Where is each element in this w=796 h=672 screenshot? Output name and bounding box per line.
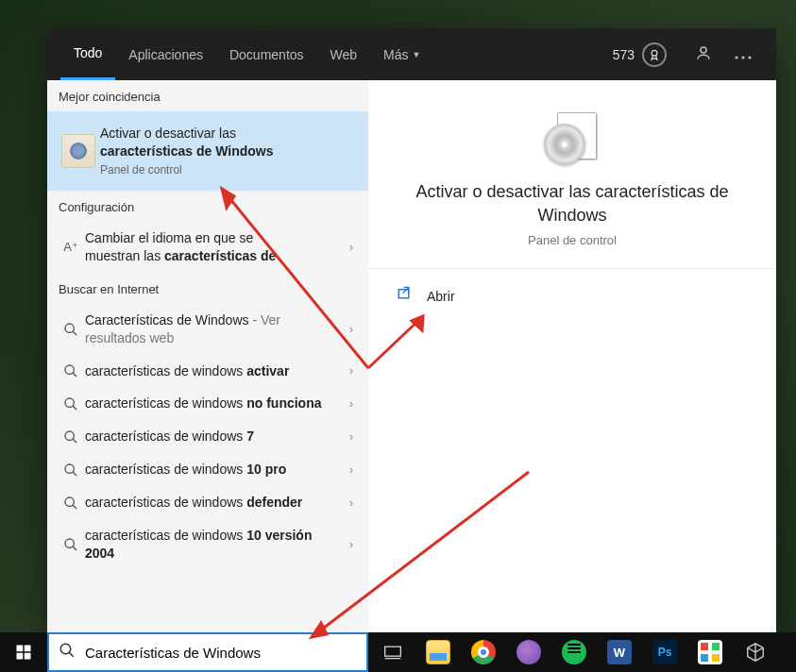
open-action[interactable]: Abrir: [368, 269, 776, 324]
svg-point-31: [60, 644, 71, 654]
chevron-right-icon: ›: [344, 538, 359, 551]
search-icon: [63, 363, 78, 378]
web-result-2[interactable]: características de windows no funciona ›: [47, 387, 368, 420]
svg-line-16: [73, 505, 76, 509]
svg-rect-29: [17, 653, 24, 660]
search-input[interactable]: [85, 634, 366, 670]
svg-line-18: [73, 546, 76, 550]
search-icon: [63, 322, 78, 337]
svg-line-12: [73, 439, 76, 443]
svg-line-32: [69, 652, 74, 657]
section-search-web: Buscar en Internet: [47, 273, 368, 304]
svg-point-11: [65, 431, 74, 440]
program-disc-icon: [544, 109, 601, 165]
tab-apps[interactable]: Aplicaciones: [115, 28, 216, 80]
ellipsis-icon[interactable]: [723, 46, 763, 63]
account-icon[interactable]: [684, 44, 723, 65]
web-result-5[interactable]: características de windows defender ›: [47, 486, 368, 519]
photoshop-icon[interactable]: Ps: [642, 632, 687, 672]
section-best-match: Mejor coincidencia: [47, 80, 368, 111]
settings-result-language[interactable]: A⁺ Cambiar el idioma en que se muestran …: [47, 222, 368, 273]
best-match-result[interactable]: Activar o desactivar las características…: [47, 111, 368, 191]
search-icon: [63, 429, 78, 445]
svg-point-5: [65, 324, 74, 332]
chevron-right-icon: ›: [344, 463, 359, 477]
taskbar-pinned-apps: W Ps: [370, 632, 778, 672]
tab-documents[interactable]: Documentos: [216, 28, 317, 80]
taskbar-search-box[interactable]: [47, 632, 368, 672]
svg-point-15: [65, 497, 74, 506]
svg-line-8: [73, 373, 76, 377]
chevron-right-icon: ›: [344, 323, 359, 336]
start-search-panel: Todo Aplicaciones Documentos Web Más▼ 57…: [47, 28, 776, 632]
web-result-6[interactable]: características de windows 10 versión 20…: [47, 519, 368, 570]
chevron-right-icon: ›: [344, 496, 359, 510]
task-view-button[interactable]: [370, 632, 415, 672]
chevron-right-icon: ›: [344, 364, 359, 378]
svg-point-9: [65, 398, 74, 407]
chevron-down-icon: ▼: [413, 50, 421, 59]
app-icon[interactable]: [687, 632, 733, 672]
rewards-points[interactable]: 573: [613, 47, 635, 62]
svg-rect-30: [25, 653, 31, 660]
svg-point-7: [65, 365, 74, 374]
web-result-3[interactable]: características de windows 7 ›: [47, 420, 368, 453]
search-icon: [63, 462, 78, 478]
svg-point-13: [65, 464, 74, 473]
tab-more[interactable]: Más▼: [370, 28, 433, 80]
svg-point-1: [701, 47, 706, 53]
open-icon: [397, 286, 414, 307]
word-icon[interactable]: W: [597, 632, 642, 672]
svg-line-14: [73, 472, 76, 476]
chrome-icon[interactable]: [461, 632, 506, 672]
search-icon: [63, 537, 78, 552]
search-scope-tabs: Todo Aplicaciones Documentos Web Más▼ 57…: [47, 28, 776, 80]
search-icon: [49, 642, 85, 663]
svg-point-0: [652, 50, 657, 56]
svg-point-17: [65, 539, 74, 547]
svg-rect-19: [398, 290, 409, 298]
svg-rect-28: [25, 646, 31, 652]
tab-all[interactable]: Todo: [60, 28, 115, 80]
svg-line-6: [73, 331, 76, 335]
web-result-1[interactable]: características de windows activar ›: [47, 355, 368, 388]
svg-line-10: [73, 406, 76, 410]
svg-point-2: [735, 56, 737, 59]
tab-web[interactable]: Web: [317, 28, 371, 80]
svg-rect-33: [385, 647, 401, 656]
result-preview-pane: Activar o desactivar las características…: [368, 80, 776, 632]
file-explorer-icon[interactable]: [415, 632, 461, 672]
web-result-0[interactable]: Características de Windows - Ver resulta…: [47, 304, 368, 355]
chevron-right-icon: ›: [344, 241, 359, 254]
results-list: Mejor coincidencia Activar o desactivar …: [47, 80, 368, 632]
svg-rect-27: [17, 646, 24, 652]
search-icon: [63, 396, 78, 412]
chevron-right-icon: ›: [344, 430, 359, 444]
control-panel-icon: [61, 134, 95, 168]
preview-subtitle: Panel de control: [528, 233, 617, 247]
section-settings: Configuración: [47, 191, 368, 222]
rewards-badge-icon[interactable]: [642, 42, 667, 67]
svg-point-3: [741, 56, 744, 59]
chevron-right-icon: ›: [344, 397, 359, 411]
cube-app-icon[interactable]: [733, 632, 778, 672]
svg-point-4: [748, 56, 751, 59]
search-icon: [63, 496, 78, 511]
spotify-icon[interactable]: [551, 632, 597, 672]
firefox-icon[interactable]: [506, 632, 551, 672]
web-result-4[interactable]: características de windows 10 pro ›: [47, 453, 368, 486]
language-icon: A⁺: [63, 240, 78, 254]
start-button[interactable]: [0, 632, 47, 672]
preview-title: Activar o desactivar las características…: [368, 180, 776, 227]
